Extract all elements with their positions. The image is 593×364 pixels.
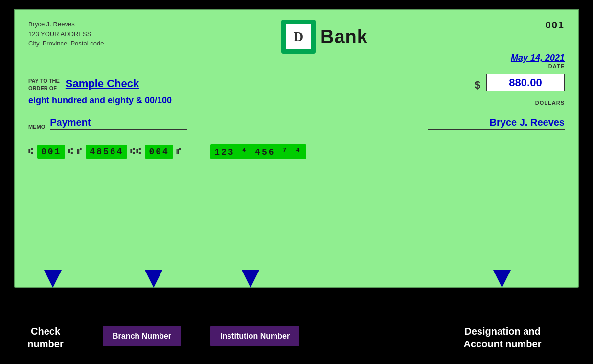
branch-number-label: Branch Number (103, 326, 181, 346)
dollars-label: DOLLARS (535, 100, 565, 106)
arrow-designation (493, 270, 511, 288)
check-document: Bryce J. Reeves 123 YOUR ADDRESS City, P… (14, 9, 579, 288)
bottom-labels-area: Check number Branch Number Institution N… (0, 288, 593, 364)
designation-account-label: Designation and Account number (446, 325, 559, 350)
owner-address: 123 YOUR ADDRESS (28, 29, 104, 39)
pay-label: PAY TO THE ORDER OF (28, 77, 60, 91)
td-logo: D (281, 20, 316, 54)
written-amount: eight hundred and eighty & 00/100 (28, 95, 172, 106)
micr-sym-3: ⑈ (77, 147, 83, 156)
payee-name: Sample Check (66, 77, 139, 90)
owner-city: City, Province, Postal code (28, 39, 104, 48)
micr-check-num: 001 (37, 145, 65, 159)
amount-value: 880.00 (509, 76, 542, 89)
owner-info: Bryce J. Reeves 123 YOUR ADDRESS City, P… (28, 20, 104, 48)
micr-sym-6 (185, 147, 207, 156)
pay-row: PAY TO THE ORDER OF Sample Check $ 880.0… (28, 74, 565, 91)
payee-line: Sample Check (66, 77, 469, 91)
date-section: May 14, 2021 DATE (28, 53, 565, 69)
check-number-label: Check number (14, 325, 77, 350)
micr-account: 123 ⁴ 456 ⁷ ⁴ (210, 144, 306, 159)
written-amount-row: eight hundred and eighty & 00/100 DOLLAR… (28, 95, 565, 108)
owner-name: Bryce J. Reeves (28, 20, 104, 29)
arrow-institution-number (242, 270, 259, 288)
signature-value: Bryce J. Reeves (490, 117, 565, 128)
arrow-check-number (44, 270, 62, 288)
bank-name: Bank (320, 26, 368, 47)
check-number-top: 001 (546, 20, 565, 31)
date-value: May 14, 2021 (511, 53, 565, 63)
institution-number-label: Institution Number (210, 326, 299, 346)
micr-branch: 48564 (86, 145, 127, 159)
memo-value: Payment (50, 117, 91, 128)
micr-sym-5: ⑈ (176, 147, 182, 156)
memo-row: MEMO Payment Bryce J. Reeves (28, 117, 565, 130)
signature-line: Bryce J. Reeves (428, 117, 565, 130)
logo-area: D Bank (281, 20, 368, 54)
td-logo-letter: D (286, 24, 311, 49)
micr-institution: 004 (145, 145, 173, 159)
micr-sym-1: ⑆ (28, 147, 34, 156)
memo-line: Payment (50, 117, 187, 130)
amount-box: 880.00 (486, 74, 565, 91)
memo-section: MEMO Payment (28, 117, 187, 130)
micr-sym-4: ⑆⑆ (130, 147, 142, 156)
micr-line: ⑆ 001 ⑆ ⑈ 48564 ⑆⑆ 004 ⑈ 123 ⁴ 456 ⁷ ⁴ (28, 144, 565, 159)
arrow-branch-number (145, 270, 162, 288)
dollar-sign: $ (475, 79, 480, 91)
date-label: DATE (548, 63, 565, 69)
memo-label: MEMO (28, 124, 45, 130)
micr-sym-2: ⑆ (68, 147, 74, 156)
